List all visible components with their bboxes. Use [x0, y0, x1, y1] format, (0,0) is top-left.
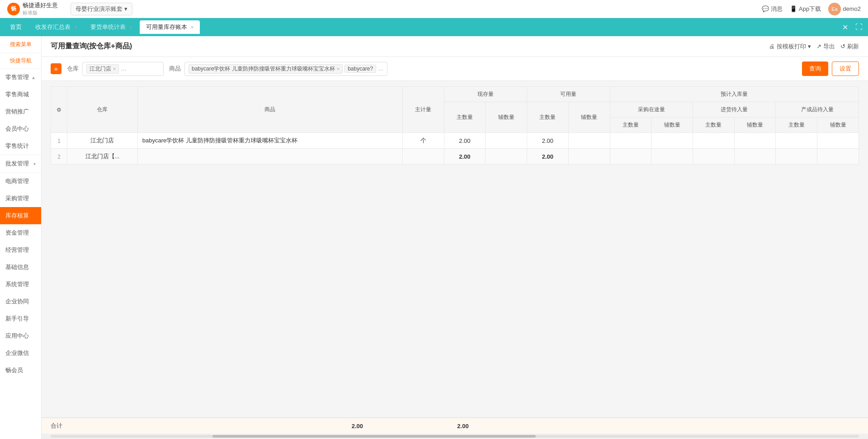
th-avail-aux: 辅数量	[568, 102, 610, 133]
sidebar-item-finance[interactable]: 资金管理	[0, 224, 41, 241]
warehouse-tag-close[interactable]: ×	[113, 66, 116, 71]
product-more[interactable]: …	[378, 66, 383, 72]
sidebar-item-app-center[interactable]: 应用中心	[0, 327, 41, 345]
footer-stock-main: 2.00	[331, 423, 384, 430]
tab-close-icon[interactable]: ×	[129, 24, 132, 30]
warehouse-input[interactable]: 江北门店 × …	[82, 62, 164, 76]
maximize-btn[interactable]: ⛶	[854, 21, 864, 33]
table-area: ⚙ 仓库 商品 主计量 现存量 可用量 预计入库量 主数量 辅数量 主数量 辅数…	[42, 81, 868, 417]
footer-label: 合计	[51, 422, 87, 430]
sidebar-item-enterprise-collab[interactable]: 企业协同	[0, 293, 41, 310]
th-forecast-in: 预计入库量	[610, 87, 859, 102]
th-purchase-aux: 辅数量	[651, 118, 693, 133]
app-download-btn[interactable]: 📱 App下载	[790, 5, 821, 13]
product-filter-group: 商品 babycare学饮杯 儿童防摔防撞吸管杯重力球吸嘴杯宝宝水杯 × bab…	[169, 62, 387, 76]
sidebar-item-marketing[interactable]: 营销推广	[0, 103, 41, 120]
app-label: App下载	[799, 5, 821, 13]
product-tag-text: babycare?	[348, 66, 373, 72]
main-layout: 搜索菜单 快捷导航 零售管理 ▲ 零售商城 营销推广 会员中心 零售统计	[0, 36, 868, 439]
cell-incoming-main	[693, 149, 734, 165]
footer-avail-main: 2.00	[437, 423, 490, 430]
cell-unit: 个	[402, 133, 444, 149]
sidebar-item-basic-info[interactable]: 基础信息	[0, 259, 41, 276]
cell-stock-aux	[486, 149, 527, 165]
settings-button[interactable]: 设置	[832, 61, 859, 76]
product-input[interactable]: babycare学饮杯 儿童防摔防撞吸管杯重力球吸嘴杯宝宝水杯 × babyca…	[184, 62, 387, 76]
filter-expand-btn[interactable]: »	[51, 63, 61, 74]
sidebar-item-purchase[interactable]: 采购管理	[0, 190, 41, 207]
query-button[interactable]: 查询	[802, 61, 828, 76]
tab-close-icon[interactable]: ×	[191, 24, 193, 30]
warehouse-filter-group: 仓库 江北门店 × …	[67, 62, 164, 76]
close-window-btn[interactable]: ✕	[840, 21, 850, 33]
th-purchase-main: 主数量	[610, 118, 651, 133]
sidebar-search[interactable]: 搜索菜单	[0, 36, 41, 53]
tab-label: 收发存汇总表	[35, 23, 71, 31]
refresh-btn[interactable]: ↺ 刷新	[840, 42, 859, 51]
tab-order-summary[interactable]: 要货单统计表 ×	[84, 20, 138, 34]
th-available: 可用量	[527, 87, 610, 102]
cell-stock-main: 2.00	[444, 149, 486, 165]
print-btn[interactable]: 🖨 按模板打印 ▾	[769, 42, 811, 51]
th-settings: ⚙	[51, 87, 67, 133]
chevron-icon: ▾	[33, 161, 36, 166]
th-incoming-main: 主数量	[693, 118, 734, 133]
sidebar-item-label: 采购管理	[5, 194, 29, 203]
tab-collect-summary[interactable]: 收发存汇总表 ×	[29, 20, 83, 34]
avatar: Ea	[828, 3, 841, 15]
sidebar-item-system[interactable]: 系统管理	[0, 276, 41, 293]
sidebar-item-retail-manage[interactable]: 零售管理 ▲	[0, 69, 41, 86]
sidebar-item-operations[interactable]: 经营管理	[0, 241, 41, 259]
tab-close-icon[interactable]: ×	[74, 24, 77, 30]
sidebar-item-retail-mall[interactable]: 零售商城	[0, 86, 41, 103]
th-warehouse: 仓库	[67, 87, 138, 133]
sidebar-item-newbie[interactable]: 新手引导	[0, 310, 41, 327]
cell-produced-main	[776, 149, 817, 165]
product-tag-close[interactable]: ×	[337, 66, 340, 71]
export-btn[interactable]: ↗ 导出	[816, 42, 835, 51]
tab-bar: 首页 收发存汇总表 × 要货单统计表 × 可用量库存账本 × ✕ ⛶	[0, 18, 868, 36]
app-icon: 📱	[790, 5, 797, 12]
chevron-down-icon: ▾	[808, 43, 811, 50]
sidebar-item-retail-stats[interactable]: 零售统计	[0, 137, 41, 155]
export-label: 导出	[823, 42, 835, 51]
sidebar-item-label: 企业微信	[5, 349, 29, 357]
message-btn[interactable]: 💬 消息	[762, 5, 783, 13]
scrollbar-thumb[interactable]	[212, 435, 536, 438]
user-area[interactable]: Ea demo2	[828, 3, 861, 15]
page-header: 可用量查询(按仓库+商品) 🖨 按模板打印 ▾ ↗ 导出 ↺ 刷新	[42, 36, 868, 57]
cell-produced-aux	[817, 149, 859, 165]
warehouse-more[interactable]: …	[121, 66, 126, 72]
sidebar-item-member-plus[interactable]: 畅会员	[0, 362, 41, 379]
th-incoming-aux: 辅数量	[734, 118, 776, 133]
cell-produced-aux	[817, 133, 859, 149]
warehouse-tag-text: 江北门店	[90, 65, 111, 73]
sidebar-item-label: 营销推广	[5, 108, 29, 116]
tab-bar-right: ✕ ⛶	[840, 21, 864, 33]
sidebar-item-inventory[interactable]: 库存核算	[0, 207, 41, 224]
product-label: 商品	[169, 65, 181, 73]
sidebar-item-label: 企业协同	[5, 297, 29, 306]
sidebar-item-wechat[interactable]: 企业微信	[0, 345, 41, 362]
table-footer: 合计 2.00 2.00	[42, 417, 868, 434]
th-avail-main: 主数量	[527, 102, 569, 133]
product-tag-text: babycare学饮杯 儿童防摔防撞吸管杯重力球吸嘴杯宝宝水杯	[192, 65, 335, 73]
tab-available-stock[interactable]: 可用量库存账本 ×	[140, 20, 200, 34]
label-tag: 标准版	[23, 9, 58, 16]
tab-home[interactable]: 首页	[4, 20, 28, 34]
print-label: 按模板打印	[777, 42, 806, 51]
cell-product	[137, 149, 402, 165]
sidebar: 搜索菜单 快捷导航 零售管理 ▲ 零售商城 营销推广 会员中心 零售统计	[0, 36, 42, 439]
sidebar-item-label: 经营管理	[5, 246, 29, 254]
cell-warehouse: 江北门店【...	[67, 149, 138, 165]
sidebar-quick-nav[interactable]: 快捷导航	[0, 53, 41, 69]
tab-label: 要货单统计表	[90, 23, 126, 31]
org-name: 母婴行业演示账套	[75, 5, 123, 13]
cell-purchase-main	[610, 149, 651, 165]
sidebar-item-member[interactable]: 会员中心	[0, 120, 41, 137]
sidebar-item-wholesale[interactable]: 批发管理 ▾	[0, 155, 41, 172]
org-selector[interactable]: 母婴行业演示账套 ▾	[71, 3, 132, 15]
refresh-label: 刷新	[847, 42, 859, 51]
user-name: demo2	[843, 5, 861, 12]
sidebar-item-ecommerce[interactable]: 电商管理	[0, 173, 41, 190]
